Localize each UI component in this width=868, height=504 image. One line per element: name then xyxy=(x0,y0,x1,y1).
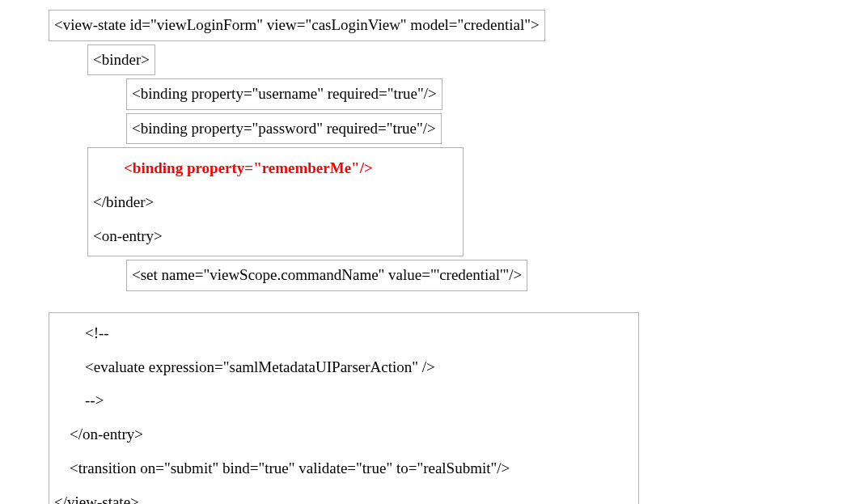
code-token: <set name="viewScope.commandName" value=… xyxy=(126,260,527,291)
code-token: <binding property="password" required="t… xyxy=(126,113,442,145)
code-line: </on-entry> xyxy=(54,417,633,451)
code-token: <binder> xyxy=(87,44,155,76)
code-line: <on-entry> xyxy=(93,219,458,253)
code-line: <transition on="submit" bind="true" vali… xyxy=(54,451,633,485)
highlighted-code: <binding property="rememberMe"/> xyxy=(93,159,373,176)
code-block: <!-- <evaluate expression="samlMetadataU… xyxy=(49,312,639,504)
code-token: <view-state id="viewLoginForm" view="cas… xyxy=(49,10,545,41)
code-line: <binding property="rememberMe"/> xyxy=(93,151,458,185)
code-line: </view-state> xyxy=(54,485,633,504)
code-token: <binding property="username" required="t… xyxy=(126,78,442,110)
code-line: <!-- xyxy=(54,316,633,350)
code-line: <set name="viewScope.commandName" value=… xyxy=(126,258,819,293)
code-line: <view-state id="viewLoginForm" view="cas… xyxy=(49,8,819,43)
code-line: <evaluate expression="samlMetadataUIPars… xyxy=(54,350,633,384)
code-line: --> xyxy=(54,383,633,417)
code-line: <binding property="username" required="t… xyxy=(126,77,819,112)
code-line: <binding property="password" required="t… xyxy=(126,112,819,146)
code-line: <binder> xyxy=(87,43,819,78)
code-block: <binding property="rememberMe"/> </binde… xyxy=(87,147,464,256)
code-line: </binder> xyxy=(93,185,458,219)
